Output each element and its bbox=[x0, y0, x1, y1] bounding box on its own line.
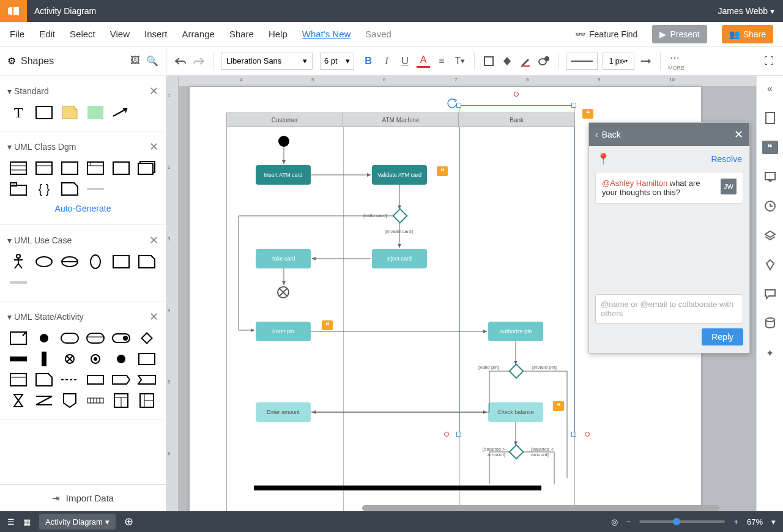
shape-rounded2[interactable] bbox=[86, 331, 105, 345]
shape-note2[interactable] bbox=[60, 182, 80, 196]
comment-badge[interactable]: ❝ bbox=[437, 166, 448, 176]
zoom-thumb[interactable] bbox=[673, 518, 680, 525]
shape-note4[interactable] bbox=[34, 372, 54, 387]
horizontal-scrollbar[interactable] bbox=[362, 505, 719, 511]
activity-take[interactable]: Take card bbox=[256, 249, 311, 268]
sync-bar[interactable] bbox=[254, 486, 541, 490]
menu-view[interactable]: View bbox=[110, 29, 130, 39]
italic-icon[interactable]: I bbox=[380, 54, 393, 68]
line-options-icon[interactable] bbox=[639, 54, 653, 68]
chevron-left-icon[interactable]: ‹ bbox=[595, 130, 598, 139]
rotate-handle[interactable] bbox=[447, 98, 458, 109]
swimlane-body[interactable] bbox=[226, 127, 575, 511]
comment-badge[interactable]: ❝ bbox=[322, 320, 333, 330]
shape-oval[interactable] bbox=[86, 254, 105, 269]
shape-rect3[interactable] bbox=[137, 352, 157, 366]
shape-class3[interactable] bbox=[9, 161, 28, 175]
magic-icon[interactable]: ✦ bbox=[763, 346, 777, 360]
reply-button[interactable]: Reply bbox=[702, 328, 743, 345]
swimlane-atm[interactable]: ATM Machine bbox=[343, 113, 459, 127]
line-width-select[interactable]: 1 px ▴▾ bbox=[603, 53, 634, 70]
layers-icon[interactable] bbox=[763, 229, 777, 242]
bold-icon[interactable]: B bbox=[362, 54, 375, 68]
fullscreen-icon[interactable]: ⛶ bbox=[762, 54, 776, 68]
shape-param[interactable] bbox=[86, 393, 105, 408]
menu-share[interactable]: Share bbox=[229, 29, 254, 39]
shape-arrow[interactable] bbox=[111, 105, 131, 120]
grid-view-icon[interactable]: ▦ bbox=[23, 517, 31, 526]
shape-frame[interactable] bbox=[9, 372, 28, 387]
shape-note3[interactable] bbox=[137, 254, 157, 269]
shape-state[interactable] bbox=[9, 331, 28, 345]
shape-pill[interactable] bbox=[111, 331, 131, 345]
text-color-icon[interactable]: A bbox=[417, 54, 430, 68]
shape-line2[interactable] bbox=[9, 275, 28, 290]
document-title[interactable]: Activity Diagram bbox=[27, 6, 96, 16]
app-logo[interactable] bbox=[0, 0, 27, 22]
shape-line[interactable] bbox=[86, 182, 105, 196]
shape-coltop[interactable] bbox=[86, 161, 105, 175]
canvas[interactable]: 45678910 Customer bbox=[179, 76, 756, 511]
menu-arrange[interactable]: Arrange bbox=[182, 29, 215, 39]
present-button[interactable]: ▶ Present bbox=[652, 25, 707, 43]
zoom-level[interactable]: 67% bbox=[747, 517, 763, 526]
close-icon[interactable]: ✕ bbox=[734, 128, 743, 141]
activity-validate[interactable]: Validate ATM card bbox=[372, 165, 427, 185]
history-icon[interactable] bbox=[763, 199, 777, 213]
import-data-button[interactable]: ⇥ Import Data bbox=[0, 484, 166, 511]
data-icon[interactable] bbox=[763, 317, 777, 330]
shape-final[interactable] bbox=[86, 352, 105, 366]
connection-point[interactable] bbox=[585, 432, 590, 437]
zoom-out-icon[interactable]: − bbox=[626, 517, 631, 526]
activity-enterpin[interactable]: Enter pin bbox=[256, 322, 311, 341]
shape-diamond[interactable] bbox=[137, 331, 157, 345]
image-icon[interactable]: 🖼 bbox=[130, 55, 140, 67]
activity-enteramount[interactable]: Enter amount bbox=[256, 402, 311, 422]
search-icon[interactable]: 🔍 bbox=[146, 55, 158, 67]
shape-rect[interactable] bbox=[34, 105, 54, 120]
fill-shape-icon[interactable] bbox=[482, 54, 495, 68]
close-icon[interactable]: ✕ bbox=[149, 310, 158, 323]
feature-find[interactable]: 👓 Feature Find bbox=[575, 29, 637, 39]
shape-hbar[interactable] bbox=[9, 352, 28, 366]
shape-send[interactable] bbox=[111, 372, 131, 387]
undo-icon[interactable] bbox=[174, 54, 187, 68]
shape-initial[interactable] bbox=[34, 331, 54, 345]
shape-flowfinal[interactable] bbox=[60, 352, 80, 366]
menu-whatsnew[interactable]: What's New bbox=[302, 29, 351, 39]
chat-icon[interactable] bbox=[763, 287, 777, 301]
page-icon[interactable] bbox=[763, 111, 777, 125]
comment-input[interactable]: @name or @email to collaborate with othe… bbox=[595, 294, 743, 323]
close-icon[interactable]: ✕ bbox=[149, 84, 158, 98]
chevron-down-icon[interactable]: ▾ bbox=[771, 517, 776, 526]
redo-icon[interactable] bbox=[192, 54, 206, 68]
shape-hourglass[interactable] bbox=[9, 393, 28, 408]
collapse-dock-icon[interactable]: « bbox=[763, 82, 777, 95]
size-select[interactable]: 6 pt▾ bbox=[320, 53, 354, 70]
shape-actor[interactable] bbox=[9, 254, 28, 269]
zoom-slider[interactable] bbox=[639, 520, 725, 523]
shape-vbar[interactable] bbox=[34, 352, 54, 366]
shape-note[interactable] bbox=[60, 105, 80, 120]
shape-multi[interactable] bbox=[137, 161, 157, 175]
shape-offpage[interactable] bbox=[60, 393, 80, 408]
line-style-select[interactable] bbox=[566, 53, 598, 70]
category-umlclass[interactable]: ▾ UML Class Dgm✕ bbox=[0, 136, 166, 157]
shape-table[interactable] bbox=[111, 393, 131, 408]
shape-rect2[interactable] bbox=[111, 254, 131, 269]
menu-file[interactable]: File bbox=[10, 29, 24, 39]
slides-icon[interactable] bbox=[763, 170, 777, 183]
shape-dashline[interactable] bbox=[60, 372, 80, 387]
shape-simple[interactable] bbox=[60, 161, 80, 175]
underline-icon[interactable]: U bbox=[398, 54, 412, 68]
menu-help[interactable]: Help bbox=[269, 29, 288, 39]
start-node[interactable] bbox=[278, 136, 289, 147]
connection-point[interactable] bbox=[514, 92, 519, 97]
target-icon[interactable]: ◎ bbox=[611, 517, 618, 526]
add-page-icon[interactable]: ⊕ bbox=[124, 515, 133, 528]
border-color-icon[interactable] bbox=[519, 54, 532, 68]
align-icon[interactable]: ≡ bbox=[435, 54, 448, 68]
resolve-link[interactable]: Resolve bbox=[711, 154, 742, 164]
comment-badge[interactable]: ❝ bbox=[553, 401, 564, 411]
shape-package[interactable] bbox=[9, 182, 28, 196]
